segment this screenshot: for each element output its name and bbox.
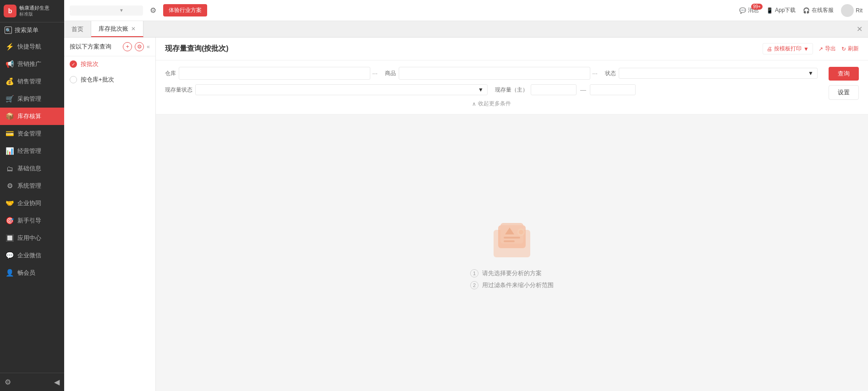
tab-inventory-batch[interactable]: 库存批次账 ✕: [91, 21, 143, 37]
nav-label: 销售管理: [17, 77, 41, 86]
tab-bar-close-button[interactable]: ✕: [851, 25, 868, 33]
nav-label: 企业微信: [17, 251, 41, 260]
nav-items: ⚡ 快捷导航 📢 营销推广 💰 销售管理 🛒 采购管理 📦 库存核算 💳 资金管…: [0, 38, 64, 373]
print-button[interactable]: 🖨 按模板打印 ▼: [763, 43, 813, 54]
status-label: 状态: [605, 70, 616, 77]
inventory-icon: 📦: [5, 112, 14, 120]
sidebar-item-member[interactable]: 👤 畅会员: [0, 264, 64, 282]
warehouse-dots[interactable]: ···: [372, 70, 378, 77]
warehouse-input[interactable]: [179, 67, 370, 80]
sidebar-item-basic[interactable]: 🗂 基础信息: [0, 160, 64, 177]
scheme-inactive-dot: [70, 76, 77, 83]
sidebar-item-guide[interactable]: 🎯 新手引导: [0, 212, 64, 229]
stock-status-filter-group: 现存量状态 ▼: [165, 84, 488, 95]
sidebar-item-operations[interactable]: 📊 经营管理: [0, 142, 64, 160]
sidebar-item-apps[interactable]: 🔲 应用中心: [0, 229, 64, 247]
svg-rect-4: [504, 237, 520, 239]
sidebar-header: b 畅康通好生意 标准版: [0, 0, 64, 22]
search-menu[interactable]: 🔍 搜索菜单: [0, 22, 64, 38]
scheme-batch-label: 按批次: [81, 60, 99, 68]
nav-label: 基础信息: [17, 164, 41, 173]
operations-icon: 📊: [5, 147, 14, 155]
stock-qty-label: 现存量（主）: [495, 86, 528, 94]
header-actions: 🖨 按模板打印 ▼ ↗ 导出 ↻ 刷新: [763, 43, 859, 54]
purchase-icon: 🛒: [5, 95, 14, 103]
product-dots[interactable]: ···: [592, 70, 598, 77]
filter-area: 仓库 ··· 商品 ··· 状态: [156, 60, 868, 114]
scheme-active-dot: ✓: [70, 60, 77, 68]
settings-footer-icon[interactable]: ⚙: [5, 378, 11, 386]
status-dropdown-arrow: ▼: [808, 70, 813, 76]
export-button[interactable]: ↗ 导出: [819, 45, 836, 53]
empty-illustration: [484, 216, 539, 262]
collapse-sidebar-icon[interactable]: ◀: [54, 378, 60, 386]
nav-label: 应用中心: [17, 234, 41, 242]
message-icon: 💬: [739, 7, 746, 14]
stock-status-dropdown[interactable]: ▼: [195, 84, 488, 95]
print-dropdown-icon: ▼: [803, 46, 809, 52]
export-label: 导出: [825, 45, 836, 53]
sidebar-item-shortcuts[interactable]: ⚡ 快捷导航: [0, 38, 64, 55]
sidebar-footer: ⚙ ◀: [0, 373, 64, 391]
top-search-area[interactable]: ▼: [70, 5, 143, 16]
nav-label: 企业协同: [17, 199, 41, 207]
left-panel-actions: + ⚙ «: [123, 42, 150, 51]
scheme-item-warehouse-batch[interactable]: 按仓库+批次: [64, 72, 155, 87]
filter-settings-button[interactable]: 设置: [829, 85, 859, 100]
user-avatar: [841, 4, 854, 17]
shortcuts-icon: ⚡: [5, 43, 14, 51]
query-button[interactable]: 查询: [829, 67, 859, 81]
filter-row-2: 现存量状态 ▼ 现存量（主） —: [165, 84, 818, 95]
sidebar-item-enterprise[interactable]: 🤝 企业协同: [0, 195, 64, 212]
experience-button[interactable]: 体验行业方案: [163, 4, 207, 16]
action-btn-group: 查询 设置: [829, 67, 859, 100]
print-label: 按模板打印: [774, 45, 802, 53]
app-icon: 📱: [766, 7, 773, 14]
nav-label: 新手引导: [17, 217, 41, 225]
refresh-icon: ↻: [841, 46, 846, 52]
tip-item-1: 1 请先选择要分析的方案: [470, 269, 554, 277]
sidebar-item-marketing[interactable]: 📢 营销推广: [0, 55, 64, 73]
message-action[interactable]: 💬 消息 99+: [739, 6, 759, 14]
tab-home[interactable]: 首页: [64, 21, 91, 37]
sidebar-item-finance[interactable]: 💳 资金管理: [0, 125, 64, 142]
add-scheme-button[interactable]: +: [123, 42, 132, 51]
basic-icon: 🗂: [5, 164, 14, 173]
sidebar-item-purchase[interactable]: 🛒 采购管理: [0, 90, 64, 108]
guide-icon: 🎯: [5, 217, 14, 225]
tab-close-icon[interactable]: ✕: [131, 26, 136, 32]
refresh-button[interactable]: ↻ 刷新: [841, 45, 859, 53]
tip-item-2: 2 用过滤条件来缩小分析范围: [470, 281, 554, 289]
online-service-action[interactable]: 🎧 在线客服: [803, 6, 834, 14]
sidebar-item-inventory[interactable]: 📦 库存核算: [0, 108, 64, 125]
search-menu-label: 搜索菜单: [15, 26, 38, 34]
scheme-item-batch[interactable]: ✓ 按批次: [64, 56, 155, 72]
nav-label: 营销推广: [17, 60, 41, 68]
user-profile[interactable]: Rit: [841, 4, 863, 17]
scheme-settings-icon: ⚙: [137, 43, 142, 50]
left-panel-title: 按以下方案查询: [70, 43, 111, 51]
content: 按以下方案查询 + ⚙ « ✓ 按批次 按仓库+批次: [64, 38, 868, 391]
search-dropdown-arrow[interactable]: ▼: [119, 8, 124, 13]
gear-button[interactable]: ⚙: [147, 4, 159, 17]
collapse-panel-button[interactable]: «: [147, 43, 150, 50]
app-download-action[interactable]: 📱 App下载: [766, 6, 796, 14]
collapse-more-button[interactable]: ∧ 收起更多条件: [165, 100, 818, 108]
sidebar-item-system[interactable]: ⚙ 系统管理: [0, 177, 64, 195]
stock-qty-to[interactable]: [590, 84, 636, 95]
sidebar-logo: b 畅康通好生意 标准版: [4, 5, 60, 17]
empty-tips: 1 请先选择要分析的方案 2 用过滤条件来缩小分析范围: [470, 269, 554, 289]
tip-text-2: 用过滤条件来缩小分析范围: [482, 281, 554, 289]
nav-label: 库存核算: [17, 112, 41, 120]
status-dropdown[interactable]: ▼: [619, 68, 818, 79]
wechat-icon: 💬: [5, 251, 14, 260]
top-search-input[interactable]: [73, 7, 119, 14]
nav-label: 资金管理: [17, 130, 41, 138]
stock-qty-from[interactable]: [531, 84, 577, 95]
product-input[interactable]: [399, 67, 590, 80]
tip-num-1: 1: [470, 269, 478, 277]
sidebar-item-wechat[interactable]: 💬 企业微信: [0, 247, 64, 264]
finance-icon: 💳: [5, 130, 14, 138]
scheme-settings-button[interactable]: ⚙: [135, 42, 144, 51]
sidebar-item-sales[interactable]: 💰 销售管理: [0, 73, 64, 90]
